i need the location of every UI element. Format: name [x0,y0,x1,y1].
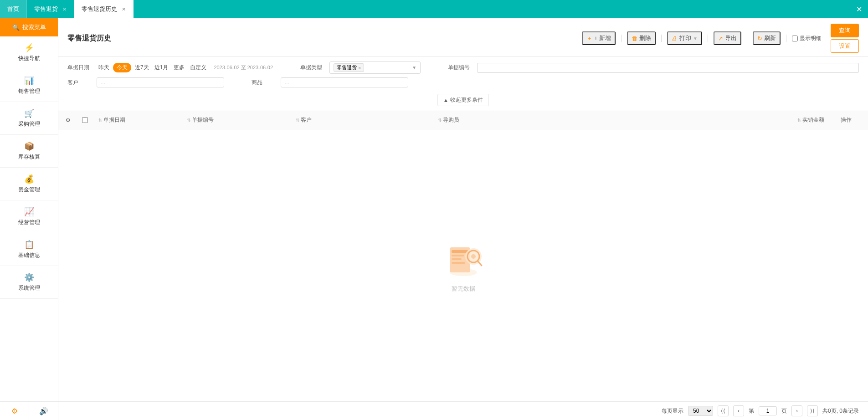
filter-row-2: 客户 ... 商品 ... [67,77,859,87]
first-page-button[interactable]: ⟨⟨ [718,405,729,416]
select-all-checkbox[interactable] [82,117,88,123]
header-actions: ＋ + 新增 🗑 删除 🖨 打印 ▼ ↗ 导出 [582,24,859,53]
bill-number-input[interactable] [477,63,859,73]
new-icon: ＋ [586,34,592,42]
date-btn-yesterday[interactable]: 昨天 [97,63,111,72]
th-checkbox[interactable] [78,117,95,123]
tab-retail-return-label: 零售退货 [34,5,58,13]
divider-5 [786,35,786,42]
page-label: 第 [749,407,754,415]
sidebar-settings-button[interactable]: ⚙ [0,402,29,420]
th-date[interactable]: ⇅ 单据日期 [95,116,183,124]
main-layout: 🔍 搜索菜单 ⚡ 快捷导航 📊 销售管理 🛒 采购管理 📦 库存核算 💰 资金管… [0,18,868,420]
sort-customer-icon: ⇅ [296,118,299,123]
sidebar-bottom: ⚙ 🔊 [0,401,58,420]
bill-type-tag-remove[interactable]: × [358,65,361,71]
empty-state: 暂无数据 [58,129,868,401]
print-button[interactable]: 🖨 打印 ▼ [667,31,702,45]
sidebar-item-quick-nav-label: 快捷导航 [18,55,40,62]
sidebar-item-purchase-label: 采购管理 [18,120,40,128]
svg-rect-3 [452,255,464,256]
inventory-icon: 📦 [24,141,34,151]
sys-mgmt-icon: ⚙️ [24,272,34,282]
tab-retail-return-close[interactable]: ✕ [62,6,67,12]
date-buttons: 昨天 今天 近7天 近1月 更多 自定义 [97,63,208,72]
sidebar-item-basic-info-label: 基础信息 [18,251,40,259]
empty-illustration [441,238,486,279]
collapse-button[interactable]: ▲ 收起更多条件 [437,94,489,106]
new-label: + 新增 [594,34,611,42]
refresh-button[interactable]: ↻ 刷新 [753,31,781,45]
table-container: ⚙ ⇅ 单据日期 ⇅ 单据编号 ⇅ 客户 ⇅ 导购员 [58,111,868,401]
next-page-button[interactable]: › [791,405,802,416]
settings-button[interactable]: 设置 [831,39,859,53]
th-guide-label: 导购员 [443,116,459,124]
sidebar-item-sales-mgmt[interactable]: 📊 销售管理 [0,69,58,102]
collapse-label: 收起更多条件 [450,96,483,104]
window-close-button[interactable]: ✕ [850,0,868,18]
delete-button[interactable]: 🗑 删除 [627,31,656,45]
last-page-button[interactable]: ⟩⟩ [807,405,818,416]
filter-bill-date: 单据日期 昨天 今天 近7天 近1月 更多 自定义 2023-06-02 至 2… [67,63,273,72]
sidebar-item-purchase-mgmt[interactable]: 🛒 采购管理 [0,102,58,135]
svg-rect-5 [452,262,465,264]
sidebar-item-inventory[interactable]: 📦 库存核算 [0,135,58,168]
sidebar-search[interactable]: 🔍 搜索菜单 [0,18,58,36]
customer-select[interactable]: ... [97,77,224,87]
sort-date-icon: ⇅ [98,118,102,123]
page-number-input[interactable] [759,406,777,415]
prev-page-button[interactable]: ‹ [733,405,744,416]
th-customer[interactable]: ⇅ 客户 [292,116,435,124]
bill-type-tag-text: 零售退货 [337,64,357,71]
print-icon: 🖨 [672,35,678,42]
customer-ellipsis: ... [101,79,105,86]
svg-point-9 [471,254,476,259]
empty-text: 暂无数据 [452,285,475,293]
date-btn-7days[interactable]: 近7天 [133,63,151,72]
date-btn-1month[interactable]: 近1月 [153,63,170,72]
th-customer-label: 客户 [301,116,312,124]
date-btn-more[interactable]: 更多 [172,63,186,72]
sidebar-item-quick-nav[interactable]: ⚡ 快捷导航 [0,36,58,69]
tab-retail-return-history-close[interactable]: ✕ [122,6,126,12]
date-btn-today[interactable]: 今天 [113,63,131,72]
goods-ellipsis: ... [285,79,289,86]
th-guide[interactable]: ⇅ 导购员 [434,116,543,124]
sidebar-item-operations[interactable]: 📈 经营管理 [0,200,58,233]
sidebar-volume-button[interactable]: 🔊 [29,402,58,420]
page-title: 零售退货历史 [67,34,111,43]
customer-label: 客户 [67,79,93,87]
finance-icon: 💰 [24,174,34,184]
bill-type-tag: 零售退货 × [334,63,364,72]
sidebar-search-label: 搜索菜单 [22,23,46,31]
divider-2 [661,35,662,42]
tab-home[interactable]: 首页 [0,0,27,18]
date-range-display: 2023-06-02 至 2023-06-02 [214,64,273,71]
total-info: 共0页, 0条记录 [822,407,859,415]
th-settings[interactable]: ⚙ [62,117,78,123]
filter-goods: 商品 ... [252,77,408,87]
tab-retail-return[interactable]: 零售退货 ✕ [27,0,74,18]
date-btn-custom[interactable]: 自定义 [188,63,208,72]
sort-bill-icon: ⇅ [187,118,190,123]
query-button[interactable]: 查询 [831,24,859,37]
sidebar-item-finance[interactable]: 💰 资金管理 [0,168,58,200]
goods-select[interactable]: ... [281,77,408,87]
th-date-label: 单据日期 [103,116,125,124]
sidebar: 🔍 搜索菜单 ⚡ 快捷导航 📊 销售管理 🛒 采购管理 📦 库存核算 💰 资金管… [0,18,58,420]
display-detail-input[interactable] [792,36,798,41]
delete-label: 删除 [639,34,651,42]
display-detail-checkbox[interactable]: 显示明细 [792,35,822,42]
per-page-select[interactable]: 50 10 20 100 [688,406,713,416]
content-header: 零售退货历史 ＋ + 新增 🗑 删除 🖨 打印 ▼ [58,18,868,57]
tab-retail-return-history[interactable]: 零售退货历史 ✕ [74,0,134,18]
export-button[interactable]: ↗ 导出 [714,31,741,45]
sidebar-item-sys-mgmt[interactable]: ⚙️ 系统管理 [0,266,58,299]
new-button[interactable]: ＋ + 新增 [582,31,616,45]
sidebar-item-basic-info[interactable]: 📋 基础信息 [0,233,58,266]
sidebar-item-sys-mgmt-label: 系统管理 [18,284,40,292]
th-bill[interactable]: ⇅ 单据编号 [183,116,292,124]
th-amount[interactable]: ⇅ 实销金额 [753,116,828,124]
bill-type-label: 单据类型 [300,64,326,72]
bill-type-select[interactable]: 零售退货 × ▼ [329,61,421,74]
